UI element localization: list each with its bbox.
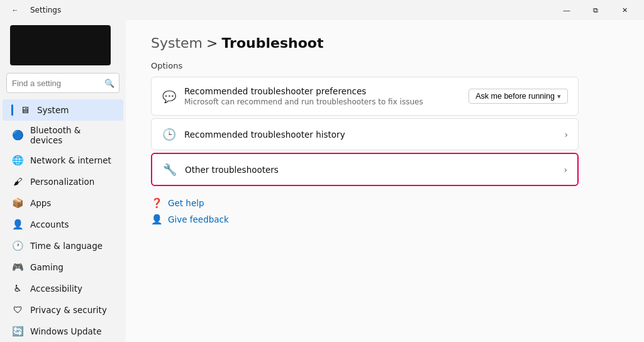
minimize-button[interactable]: — [552, 0, 581, 20]
nav-label-personalization: Personalization [30, 177, 94, 187]
back-button[interactable]: ← [5, 0, 25, 20]
app-layout: 🔍 🖥 System 🔵 Bluetooth & devices 🌐 Netwo… [0, 20, 644, 342]
option-title-recommended-history: Recommended troubleshooter history [184, 130, 345, 140]
section-label: Options [151, 61, 619, 70]
option-left-recommended-prefs: 💬 Recommended troubleshooter preferences… [162, 86, 423, 106]
chevron-right-icon: › [564, 165, 567, 175]
apps-icon: 📦 [11, 197, 24, 209]
restore-button[interactable]: ⧉ [581, 0, 610, 20]
titlebar-left: ← Settings [5, 0, 61, 20]
breadcrumb: System > Troubleshoot [151, 35, 619, 51]
breadcrumb-parent[interactable]: System [151, 35, 203, 51]
main-content: System > Troubleshoot Options 💬 Recommen… [126, 20, 644, 342]
nav-label-accounts: Accounts [30, 219, 69, 229]
option-right-recommended-prefs: Ask me before running ▾ [469, 89, 568, 104]
accounts-icon: 👤 [11, 218, 24, 231]
dropdown-btn-recommended-prefs[interactable]: Ask me before running ▾ [469, 89, 568, 104]
nav-label-accessibility: Accessibility [30, 284, 82, 294]
option-left-recommended-history: 🕒 Recommended troubleshooter history [162, 128, 345, 141]
nav-list: 🖥 System 🔵 Bluetooth & devices 🌐 Network… [0, 99, 126, 342]
sidebar: 🔍 🖥 System 🔵 Bluetooth & devices 🌐 Netwo… [0, 20, 126, 342]
nav-label-gaming: Gaming [30, 262, 64, 272]
nav-label-apps: Apps [30, 198, 51, 208]
privacy-icon: 🛡 [11, 304, 24, 316]
link-get-help[interactable]: ❓ Get help [151, 197, 619, 209]
option-left-other-troubleshooters: 🔧 Other troubleshooters [162, 163, 279, 176]
nav-label-bluetooth: Bluetooth & devices [30, 125, 114, 145]
nav-label-time: Time & language [30, 241, 103, 251]
give-feedback-icon: 👤 [151, 214, 163, 225]
sidebar-item-bluetooth[interactable]: 🔵 Bluetooth & devices [3, 121, 123, 150]
personalization-icon: 🖌 [11, 175, 24, 188]
option-title-recommended-prefs: Recommended troubleshooter preferences [184, 86, 423, 96]
breadcrumb-current: Troubleshoot [221, 35, 323, 51]
recommended-history-icon: 🕒 [162, 128, 177, 141]
sidebar-thumbnail [10, 25, 111, 65]
nav-label-system: System [37, 105, 69, 115]
option-row-other-troubleshooters[interactable]: 🔧 Other troubleshooters › [151, 153, 579, 186]
option-text-recommended-history: Recommended troubleshooter history [184, 130, 345, 140]
option-row-recommended-prefs[interactable]: 💬 Recommended troubleshooter preferences… [151, 77, 579, 116]
option-text-other-troubleshooters: Other troubleshooters [185, 165, 279, 175]
bluetooth-icon: 🔵 [11, 129, 24, 141]
other-troubleshooters-icon: 🔧 [162, 163, 177, 176]
options-list: 💬 Recommended troubleshooter preferences… [151, 77, 579, 186]
sidebar-item-personalization[interactable]: 🖌 Personalization [3, 171, 123, 192]
active-bar [11, 104, 13, 116]
time-icon: 🕐 [11, 240, 24, 252]
search-input[interactable] [6, 73, 119, 93]
option-right-other-troubleshooters: › [564, 165, 567, 175]
link-give-feedback[interactable]: 👤 Give feedback [151, 214, 619, 225]
links-section: ❓ Get help 👤 Give feedback [151, 197, 619, 225]
windows-update-icon: 🔄 [11, 325, 24, 338]
titlebar: ← Settings — ⧉ ✕ [0, 0, 644, 20]
dropdown-label-recommended-prefs: Ask me before running [475, 92, 555, 101]
gaming-icon: 🎮 [11, 261, 24, 273]
search-box: 🔍 [6, 73, 119, 93]
titlebar-controls: — ⧉ ✕ [552, 0, 639, 20]
link-label-get-help: Get help [168, 198, 204, 208]
get-help-icon: ❓ [151, 197, 163, 209]
sidebar-item-time[interactable]: 🕐 Time & language [3, 235, 123, 256]
sidebar-item-privacy[interactable]: 🛡 Privacy & security [3, 299, 123, 321]
nav-label-windows-update: Windows Update [30, 326, 101, 336]
nav-label-network: Network & internet [30, 155, 111, 165]
chevron-right-icon: › [564, 130, 568, 140]
sidebar-item-gaming[interactable]: 🎮 Gaming [3, 256, 123, 278]
chevron-down-icon: ▾ [557, 92, 561, 101]
option-text-recommended-prefs: Recommended troubleshooter preferences M… [184, 86, 423, 106]
system-icon: 🖥 [18, 104, 31, 116]
option-right-recommended-history: › [564, 130, 568, 140]
sidebar-item-windows-update[interactable]: 🔄 Windows Update [3, 321, 123, 342]
sidebar-item-network[interactable]: 🌐 Network & internet [3, 150, 123, 171]
sidebar-item-apps[interactable]: 📦 Apps [3, 192, 123, 214]
sidebar-item-accounts[interactable]: 👤 Accounts [3, 214, 123, 235]
sidebar-item-system[interactable]: 🖥 System [3, 99, 123, 121]
link-label-give-feedback: Give feedback [168, 214, 229, 224]
option-row-recommended-history[interactable]: 🕒 Recommended troubleshooter history › [151, 118, 579, 150]
option-subtitle-recommended-prefs: Microsoft can recommend and run troubles… [184, 97, 423, 106]
accessibility-icon: ♿ [11, 282, 24, 295]
breadcrumb-separator: > [206, 35, 218, 51]
titlebar-title: Settings [30, 6, 61, 14]
sidebar-item-accessibility[interactable]: ♿ Accessibility [3, 278, 123, 299]
search-icon: 🔍 [104, 79, 114, 88]
close-button[interactable]: ✕ [610, 0, 639, 20]
recommended-prefs-icon: 💬 [162, 90, 177, 103]
network-icon: 🌐 [11, 154, 24, 167]
nav-label-privacy: Privacy & security [30, 305, 107, 315]
option-title-other-troubleshooters: Other troubleshooters [185, 165, 279, 175]
